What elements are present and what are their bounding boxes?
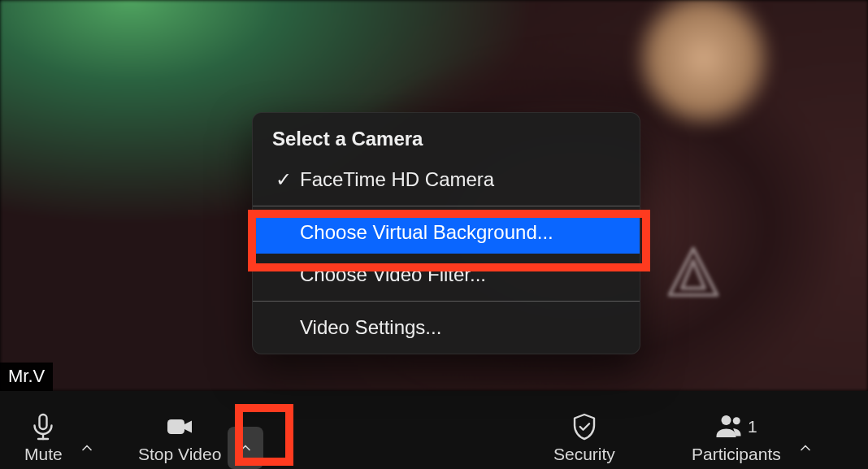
participants-options-caret[interactable] xyxy=(788,427,823,469)
menu-item-label: FaceTime HD Camera xyxy=(295,168,494,191)
toolbar-label: Participants xyxy=(692,445,781,464)
menu-title: Select a Camera xyxy=(253,123,640,159)
video-options-caret[interactable] xyxy=(228,427,263,469)
menu-item-label: Choose Virtual Background... xyxy=(272,221,553,244)
shield-icon xyxy=(568,410,601,443)
svg-rect-0 xyxy=(40,415,47,429)
participants-icon xyxy=(715,410,744,443)
participant-name-tag: Mr.V xyxy=(0,363,53,391)
svg-point-2 xyxy=(722,415,731,425)
video-camera-icon xyxy=(163,410,196,443)
svg-point-3 xyxy=(733,417,740,424)
microphone-icon xyxy=(27,410,59,443)
menu-separator xyxy=(253,206,640,206)
mute-options-caret[interactable] xyxy=(69,427,105,469)
stop-video-button[interactable]: Stop Video xyxy=(132,391,228,469)
video-options-menu: Select a Camera ✓ FaceTime HD Camera Cho… xyxy=(252,112,640,354)
mute-button[interactable]: Mute xyxy=(18,391,69,469)
security-button[interactable]: Security xyxy=(547,391,622,469)
toolbar-label: Security xyxy=(553,445,615,464)
checkmark-icon: ✓ xyxy=(272,168,295,191)
svg-rect-1 xyxy=(167,419,184,434)
toolbar-label: Stop Video xyxy=(138,445,221,464)
participants-button[interactable]: 1 Participants xyxy=(685,391,788,469)
shirt-logo-icon xyxy=(665,244,722,301)
menu-separator xyxy=(253,301,640,302)
menu-item-label: Video Settings... xyxy=(272,316,441,339)
meeting-toolbar: Mute Stop Video Security xyxy=(0,391,868,469)
menu-item-video-settings[interactable]: Video Settings... xyxy=(253,306,640,349)
menu-item-video-filter[interactable]: Choose Video Filter... xyxy=(253,254,640,296)
participant-count: 1 xyxy=(748,417,757,436)
menu-item-label: Choose Video Filter... xyxy=(272,263,486,286)
toolbar-label: Mute xyxy=(24,445,63,464)
menu-item-virtual-background[interactable]: Choose Virtual Background... xyxy=(253,211,640,254)
menu-item-camera-facetime[interactable]: ✓ FaceTime HD Camera xyxy=(253,159,640,201)
